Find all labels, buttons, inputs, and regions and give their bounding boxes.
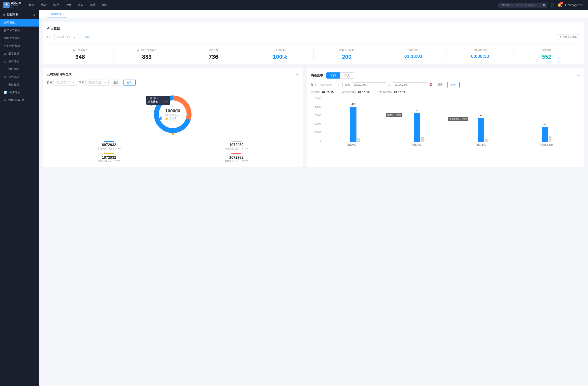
stat-value: 736 [182,54,245,60]
dept-select[interactable]: 请选择部门 ▾ [54,34,79,40]
efficiency-dept-select[interactable]: 请选择部门 ▾ [318,82,343,88]
donut-tooltip: 1072932 所占比例： 70.9% [146,96,170,105]
stat-value: 833 [116,54,178,60]
goal-stat-incomplete: 1072932 未完成量（元）| 20.9% [174,141,298,150]
sidebar-item-cost[interactable]: ◷ 成本分析 [0,58,39,65]
user-dropdown-icon[interactable]: ▾ [583,3,585,7]
y-label-20000: 20000 [315,123,321,125]
goal-stat-completed: 8972932 已完成量（元）| 70.9% [47,141,171,150]
sidebar-item-sales-manager[interactable]: 销售主管看板 [0,34,39,42]
sidebar-collapse-icon[interactable]: ▲ [33,13,36,16]
sidebar-item-promotion-manager[interactable]: 推广主管看板 [0,26,39,34]
settings-icon: ⚙ [559,36,562,39]
period-select[interactable]: 请选择周期 ▾ [85,79,109,86]
sidebar-item-visitor[interactable]: ◎ 访客分析 [0,73,39,81]
sidebar-section-header[interactable]: ⊞ 数据看板 ▲ [0,10,39,19]
dept-dropdown-icon: ▾ [74,36,75,39]
stat-label: 平均通话时长 [449,49,511,52]
sidebar-item-data-flow[interactable]: ⊛ 数据流转记录 [0,96,39,104]
sidebar-item-sales[interactable]: 📊 销售分析 [0,89,39,96]
bar-dial-main [350,107,357,142]
target-dropdown-icon: ▾ [73,81,75,84]
calendar-icon[interactable]: 📅 [429,83,433,86]
tab-close-icon[interactable]: ✕ [63,13,64,15]
bar-group-dial: 43000 [326,101,384,142]
sidebar-item-label: 推广分析 [8,67,19,71]
period-dropdown-icon: ▾ [105,81,106,84]
nav-public[interactable]: 公海 [63,2,74,8]
search-icon[interactable]: 🔍 [543,3,546,7]
search-bar: 手机号码 | 🔍 [498,3,547,8]
target-filter: 目标 请选择目标 ▾ [47,79,77,86]
donut-chart-area: 1072932 所占比例： 70.9% [47,90,298,139]
donut-sublabel: 目标总量（元） [165,114,181,117]
date-end-input[interactable] [393,82,427,87]
user-menu[interactable]: manager11 ▾ [565,3,585,7]
stat-label: 今日有效首咨客户 [116,49,178,52]
notification-badge: 5 [560,2,563,4]
period-label: 周期 [79,81,84,84]
tablet-icon[interactable]: 📱 [550,3,554,7]
sidebar-item-label: 公司看板 [4,21,15,24]
efficiency-panel-header: 沟通效率 部门 个人 ⟳ [311,72,580,78]
efficiency-refresh-icon[interactable]: ⟳ [577,74,580,77]
search-type-select[interactable]: 手机号码 [500,3,514,7]
stat-label: 成交单数 [516,49,578,52]
nav-data[interactable]: 数据 [26,2,37,8]
sidebar-item-promotion[interactable]: ↗ 推广分析 [0,65,39,73]
dashboard-icon: ⊞ [3,13,5,16]
stat-value: 200 [316,54,378,60]
avg-talk-label: 平均通话时长 [378,90,392,94]
tab-bar: ☰ 公司看板 ✕ [39,10,588,18]
username-label: manager11 [567,3,582,7]
goal-refresh-icon[interactable]: ⟳ [296,73,298,76]
donut-status: 👍 已达成 [165,117,181,120]
channel-icon: ⊹ [4,83,6,86]
tab-company-board[interactable]: 公司看板 ✕ [47,11,67,18]
bar-valid-main [542,127,548,142]
date-filter-label: 日期 [345,83,350,87]
bar-label-18000: 18000 [542,123,548,126]
efficiency-panel: 沟通效率 部门 个人 ⟳ 部门 请选择部门 ▾ [307,68,584,167]
exceeded-label: 超额完成（元）| 89.9% [174,160,298,163]
efficiency-reset-button[interactable]: 重置 [435,82,445,88]
svg-point-4 [171,133,174,135]
bar-label-43000: 43000 [351,103,356,105]
goal-stat-exceeded: 1072932 超额完成（元）| 89.9% [174,154,298,163]
target-select[interactable]: 请选择目标 ▾ [54,79,77,86]
stat-label: 通话时长 [382,49,444,52]
goal-query-button[interactable]: 查询 [123,79,136,86]
effective-talk-label: 有效通话时长 [342,90,357,94]
sidebar-item-channel[interactable]: ⊹ 渠道分析 [0,81,39,89]
nav-operations[interactable]: 运营 [87,2,98,8]
efficiency-filters: 部门 请选择部门 ▾ 日期 至 📅 重置 查询 [311,82,580,88]
sidebar-item-account-manager[interactable]: 客户经理看板 [0,42,39,50]
nav-leads[interactable]: 线索 [38,2,49,8]
goal-reset-button[interactable]: 重置 [111,79,121,86]
y-label-40000: 40000 [315,106,321,108]
date-separator: 至 [388,83,391,87]
efficiency-query-button[interactable]: 查询 [447,82,460,88]
filter-left: 部门 请选择部门 ▾ 查询 [47,34,93,40]
nav-customers[interactable]: 客户 [50,2,62,8]
tab-dept-button[interactable]: 部门 [326,72,340,78]
sidebar-section-label: 数据看板 [7,13,19,16]
dept-filter-label: 部门 [311,83,316,87]
tab-personal-button[interactable]: 个人 [340,72,354,78]
date-start-input[interactable] [352,82,386,87]
stat-value: 03:33:03 [382,54,444,59]
today-query-button[interactable]: 查询 [81,34,93,40]
notification-icon[interactable]: 🔔 5 [557,3,562,7]
nav-items: 数据 线索 客户 公海 财务 运营 报名 [26,2,498,8]
main-content: ☰ 公司看板 ✕ 今日数据 部门 请选择部门 ▾ [39,10,588,386]
settings-display-button[interactable]: ⚙ 设置显示指标 [557,34,580,40]
efficiency-stats-summary: 通话时长 02:10:19 有效通话时长 02:10:19 平均通话时长 02:… [311,90,580,94]
search-input[interactable] [517,4,542,7]
sidebar-item-company-board[interactable]: 公司看板 [0,19,39,26]
nav-registration[interactable]: 报名 [99,2,111,8]
nav-right: 手机号码 | 🔍 📱 🔔 5 manager11 ▾ [498,3,585,8]
target-label: 目标 [47,81,52,84]
sidebar-item-funnel[interactable]: ⊿ 漏斗分析 [0,50,39,58]
sidebar-toggle-icon[interactable]: ☰ [42,12,45,16]
nav-finance[interactable]: 财务 [75,2,86,8]
